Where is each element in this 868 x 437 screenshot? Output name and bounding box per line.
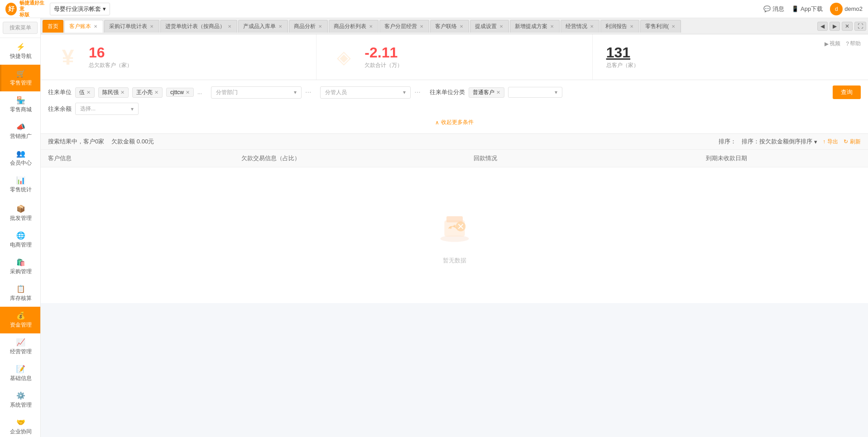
person-filter-select[interactable]: 分管人员 ▾ bbox=[320, 86, 411, 99]
sidebar-item-member-center[interactable]: 👥 会员中心 bbox=[0, 145, 40, 171]
chevron-down-icon-person: ▾ bbox=[403, 89, 406, 95]
user-avatar-area[interactable]: d demo2 bbox=[830, 3, 863, 15]
unit-category-filter-select[interactable]: ▾ bbox=[508, 87, 562, 98]
sidebar-item-ecommerce-mgmt[interactable]: 🌐 电商管理 bbox=[0, 227, 40, 253]
tab-inbound-stats[interactable]: 进货单统计表（按商品） ✕ bbox=[160, 20, 237, 33]
filter-tag-cjttcw[interactable]: cjttcw ✕ bbox=[166, 88, 194, 97]
sidebar-item-purchase-mgmt[interactable]: 🛍️ 采购管理 bbox=[0, 253, 40, 280]
export-button[interactable]: ↑ 导出 bbox=[823, 138, 838, 146]
filter-tag-close-wu[interactable]: ✕ bbox=[86, 90, 91, 95]
chevron-up-icon: ∧ bbox=[435, 119, 439, 126]
help-icon: ? bbox=[846, 41, 849, 47]
filter-tag-normal-customer[interactable]: 普通客户 ✕ bbox=[469, 87, 504, 98]
sidebar-item-basic-info[interactable]: 📝 基础信息 bbox=[0, 360, 40, 387]
search-info-right: 排序： 排序：按欠款金额倒序排序 ▾ ↑ 导出 ↻ 刷新 bbox=[719, 138, 861, 146]
tab-close-production-inbound[interactable]: ✕ bbox=[278, 24, 283, 29]
tab-customer-tier[interactable]: 客户分层经营 ✕ bbox=[379, 20, 429, 33]
overdue-customers-label: 总欠款客户（家） bbox=[89, 62, 132, 69]
video-link[interactable]: ▶ 视频 bbox=[825, 40, 840, 48]
sidebar-item-quick-nav[interactable]: ⚡ 快捷导航 bbox=[0, 38, 40, 65]
overdue-amount-icon: ◈ bbox=[330, 43, 357, 71]
svg-point-6 bbox=[449, 227, 451, 229]
tab-home[interactable]: 首页 bbox=[43, 20, 63, 33]
tab-prev-button[interactable]: ◀ bbox=[817, 22, 828, 31]
tab-close-purchase-order-stats[interactable]: ✕ bbox=[149, 24, 154, 29]
top-bar-right: 💬 消息 📱 App下载 d demo2 bbox=[763, 3, 863, 15]
finance-mgmt-icon: 💰 bbox=[16, 311, 25, 320]
logo-area: 好 畅捷通好生意 标版 bbox=[5, 0, 46, 18]
search-info-left: 搜索结果中，客户0家 欠款金额 0.00元 bbox=[48, 138, 154, 146]
tab-retail-profit[interactable]: 零售利润( ✕ bbox=[640, 20, 681, 33]
tab-close-inbound-stats[interactable]: ✕ bbox=[227, 24, 232, 29]
refresh-icon: ↻ bbox=[844, 138, 848, 145]
tab-product-analysis-list[interactable]: 商品分析列表 ✕ bbox=[329, 20, 379, 33]
query-button[interactable]: 查询 bbox=[833, 86, 861, 99]
person-filter-dots[interactable]: ··· bbox=[414, 88, 420, 96]
sidebar-item-system-mgmt[interactable]: ⚙️ 系统管理 bbox=[0, 387, 40, 413]
unit-category-filter-label: 往来单位分类 bbox=[430, 88, 465, 96]
tab-close-retail-profit[interactable]: ✕ bbox=[671, 24, 676, 29]
sidebar-item-inventory-check[interactable]: 📋 库存核算 bbox=[0, 280, 40, 307]
tab-close-customer-contact[interactable]: ✕ bbox=[459, 24, 464, 29]
sidebar-top: 搜索菜单 bbox=[0, 18, 40, 38]
app-download-button[interactable]: 📱 App下载 bbox=[791, 5, 823, 13]
filter-more-button[interactable]: ... bbox=[197, 89, 202, 95]
tab-product-analysis[interactable]: 商品分析 ✕ bbox=[289, 20, 328, 33]
filter-area: 往来单位 伍 ✕ 陈民强 ✕ 王小亮 ✕ cjttcw bbox=[41, 80, 868, 134]
filter-tag-close-chen[interactable]: ✕ bbox=[120, 90, 125, 95]
messages-button[interactable]: 💬 消息 bbox=[763, 5, 784, 13]
tab-close-product-analysis-list[interactable]: ✕ bbox=[368, 24, 374, 29]
tab-business-status[interactable]: 经营情况 ✕ bbox=[561, 20, 599, 33]
tab-fullscreen-button[interactable]: ⛶ bbox=[854, 22, 866, 31]
sidebar-item-finance-mgmt[interactable]: 💰 资金管理 bbox=[0, 307, 40, 333]
tab-next-button[interactable]: ▶ bbox=[830, 22, 840, 31]
tab-accounts-receivable[interactable]: 客户账本 ✕ bbox=[64, 20, 103, 33]
tab-new-promotion-plan[interactable]: 新增提成方案 ✕ bbox=[510, 20, 560, 33]
sidebar-item-wholesale-mgmt[interactable]: 📦 批发管理 bbox=[0, 200, 40, 227]
store-selector[interactable]: 母婴行业演示帐套 ▾ bbox=[50, 3, 110, 15]
tab-close-product-analysis[interactable]: ✕ bbox=[317, 24, 323, 29]
filter-tag-close-cjttcw[interactable]: ✕ bbox=[186, 90, 190, 95]
tab-purchase-order-stats[interactable]: 采购订单统计表 ✕ bbox=[104, 20, 159, 33]
tab-close-customer-tier[interactable]: ✕ bbox=[419, 24, 424, 29]
message-icon: 💬 bbox=[763, 5, 771, 12]
tab-promotion-settings[interactable]: 提成设置 ✕ bbox=[470, 20, 509, 33]
search-menu-button[interactable]: 搜索菜单 bbox=[3, 22, 38, 34]
top-bar: 好 畅捷通好生意 标版 母婴行业演示帐套 ▾ 💬 消息 📱 App下载 d de… bbox=[0, 0, 868, 18]
tab-close-all-button[interactable]: ✕ bbox=[842, 22, 853, 31]
search-result-amount: 欠款金额 0.00元 bbox=[111, 138, 154, 146]
sidebar-item-marketing[interactable]: 📣 营销推广 bbox=[0, 118, 40, 145]
filter-row-1: 往来单位 伍 ✕ 陈民强 ✕ 王小亮 ✕ cjttcw bbox=[48, 86, 861, 99]
tab-production-inbound[interactable]: 产成品入库单 ✕ bbox=[238, 20, 288, 33]
collapse-button[interactable]: ∧ 收起更多条件 bbox=[435, 119, 474, 126]
dept-filter-dots[interactable]: ··· bbox=[305, 88, 311, 96]
sidebar-item-retail-stats[interactable]: 📊 零售统计 bbox=[0, 171, 40, 198]
sidebar-item-retail-mgmt[interactable]: 🛒 零售管理 bbox=[0, 65, 40, 91]
tab-close-promotion-settings[interactable]: ✕ bbox=[499, 24, 504, 29]
tab-close-business-status[interactable]: ✕ bbox=[589, 24, 595, 29]
filter-tag-wang[interactable]: 王小亮 ✕ bbox=[132, 87, 163, 98]
tab-bar: 首页 客户账本 ✕ 采购订单统计表 ✕ 进货单统计表（按商品） ✕ 产成品入库单… bbox=[41, 18, 868, 34]
sidebar-item-enterprise-coop[interactable]: 🤝 企业协同 bbox=[0, 413, 40, 437]
video-icon: ▶ bbox=[825, 41, 829, 47]
tab-customer-contact[interactable]: 客户联络 ✕ bbox=[430, 20, 469, 33]
basic-info-icon: 📝 bbox=[16, 365, 25, 373]
help-link[interactable]: ? 帮助 bbox=[846, 40, 861, 48]
refresh-button[interactable]: ↻ 刷新 bbox=[844, 138, 861, 146]
dept-filter-select[interactable]: 分管部门 ▾ bbox=[211, 86, 302, 99]
filter-tag-close-wang[interactable]: ✕ bbox=[154, 90, 158, 95]
tab-close-new-promotion-plan[interactable]: ✕ bbox=[549, 24, 555, 29]
business-mgmt-icon: 📈 bbox=[16, 338, 25, 347]
sidebar-item-retail-mall[interactable]: 🏪 零售商城 bbox=[0, 91, 40, 118]
tab-close-accounts-receivable[interactable]: ✕ bbox=[93, 24, 98, 29]
tab-close-profit-report[interactable]: ✕ bbox=[629, 24, 634, 29]
stat-top-right: ▶ 视频 ? 帮助 bbox=[825, 40, 861, 48]
tab-profit-report[interactable]: 利润报告 ✕ bbox=[600, 20, 639, 33]
filter-tag-wu[interactable]: 伍 ✕ bbox=[75, 87, 95, 98]
sort-select[interactable]: 排序：按欠款金额倒序排序 ▾ bbox=[742, 138, 817, 146]
sidebar-item-business-mgmt[interactable]: 📈 经营管理 bbox=[0, 333, 40, 360]
filter-tag-close-normal-customer[interactable]: ✕ bbox=[496, 90, 500, 95]
balance-filter-select[interactable]: 选择... ▾ bbox=[75, 103, 139, 115]
filter-tag-chen[interactable]: 陈民强 ✕ bbox=[98, 87, 129, 98]
chevron-down-icon-category: ▾ bbox=[555, 89, 557, 95]
